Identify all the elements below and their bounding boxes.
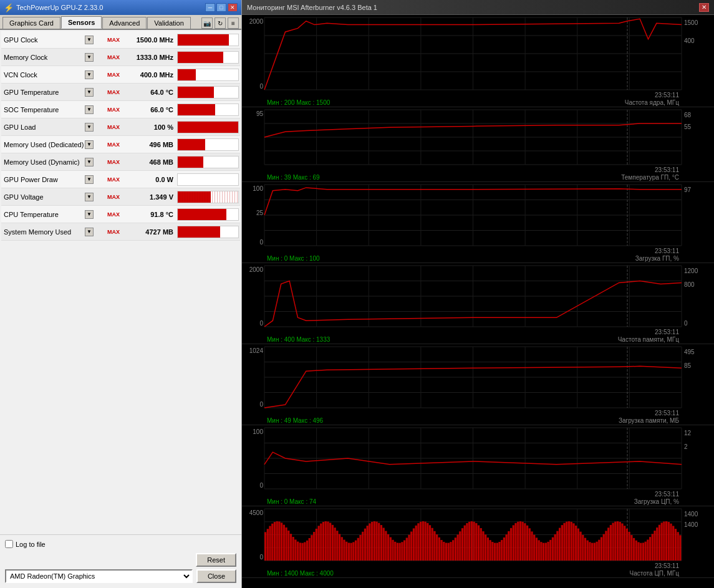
svg-rect-320	[665, 521, 667, 561]
svg-rect-148	[267, 529, 269, 561]
refresh-icon[interactable]: ↻	[215, 17, 226, 29]
sensor-dropdown-btn[interactable]: ▼	[85, 70, 94, 79]
sensor-dropdown-btn[interactable]: ▼	[85, 36, 94, 44]
svg-text:23:53:11: 23:53:11	[655, 329, 679, 335]
restore-button[interactable]: □	[216, 3, 226, 12]
svg-rect-161	[297, 542, 299, 561]
sensor-bar	[178, 157, 203, 168]
close-gpu-button[interactable]: Close	[196, 569, 236, 583]
svg-rect-285	[584, 538, 586, 561]
svg-text:495: 495	[684, 349, 695, 355]
svg-rect-267	[543, 543, 544, 561]
svg-rect-195	[375, 522, 377, 561]
svg-rect-209	[408, 535, 410, 561]
svg-rect-192	[369, 523, 370, 561]
sensor-dropdown-btn[interactable]: ▼	[85, 210, 94, 219]
chart-grid	[264, 347, 682, 408]
menu-icon[interactable]: ≡	[228, 17, 239, 29]
svg-rect-160	[294, 539, 296, 561]
sensor-dropdown-btn[interactable]: ▼	[85, 193, 94, 201]
reset-button[interactable]: Reset	[196, 553, 236, 567]
camera-icon[interactable]: 📷	[201, 17, 213, 29]
tab-graphics-card[interactable]: Graphics Card	[2, 17, 60, 29]
ab-close-button[interactable]: ✕	[699, 3, 709, 12]
svg-text:95: 95	[256, 110, 264, 117]
chart-grid	[264, 17, 682, 90]
sensor-max: MAX	[95, 36, 132, 43]
sensor-dropdown-btn[interactable]: ▼	[85, 123, 94, 132]
svg-rect-227	[450, 542, 451, 561]
svg-rect-194	[374, 521, 375, 561]
svg-rect-150	[271, 524, 273, 561]
chart-section-gpu-clock: 200001500400Мин : 200 Макс : 150023:53:1…	[242, 15, 714, 107]
sensor-max: MAX	[95, 54, 132, 60]
svg-rect-246	[494, 543, 496, 561]
sensor-dropdown-btn[interactable]: ▼	[85, 175, 94, 184]
svg-rect-157	[287, 531, 289, 561]
svg-rect-201	[390, 537, 392, 561]
sensor-dropdown-btn[interactable]: ▼	[85, 105, 94, 114]
svg-rect-237	[473, 522, 475, 561]
svg-rect-223	[440, 540, 442, 561]
gpuz-app-icon: ⚡	[4, 3, 14, 12]
tab-validation[interactable]: Validation	[147, 17, 191, 29]
svg-rect-173	[325, 521, 327, 561]
minimize-button[interactable]: ─	[205, 3, 215, 12]
svg-rect-228	[452, 540, 454, 561]
svg-rect-259	[524, 523, 526, 561]
svg-rect-170	[317, 526, 319, 561]
svg-rect-181	[343, 540, 345, 561]
svg-text:23:53:11: 23:53:11	[655, 92, 679, 99]
gpu-select[interactable]: AMD Radeon(TM) Graphics	[5, 569, 193, 583]
svg-rect-187	[357, 538, 359, 561]
svg-rect-245	[491, 542, 493, 561]
sensor-value: 4727 MB	[132, 228, 176, 236]
svg-rect-158	[290, 534, 292, 561]
svg-rect-243	[487, 537, 489, 561]
sensor-dropdown-btn[interactable]: ▼	[85, 158, 94, 166]
sensor-bar-container	[177, 69, 239, 81]
tab-advanced[interactable]: Advanced	[102, 17, 147, 29]
svg-rect-198	[383, 528, 385, 561]
sensor-dropdown-btn[interactable]: ▼	[85, 88, 94, 97]
log-to-file-checkbox[interactable]	[5, 540, 13, 548]
sensor-dropdown-btn[interactable]: ▼	[85, 140, 94, 149]
svg-rect-252	[508, 531, 509, 561]
tab-sensors[interactable]: Sensors	[61, 16, 102, 29]
svg-text:97: 97	[684, 186, 692, 193]
svg-rect-213	[417, 523, 419, 561]
svg-rect-323	[672, 526, 674, 561]
svg-rect-251	[506, 534, 508, 561]
svg-rect-236	[471, 521, 473, 561]
svg-rect-303	[626, 529, 628, 561]
svg-rect-306	[633, 538, 635, 561]
sensor-dropdown-btn[interactable]: ▼	[85, 228, 94, 236]
close-button[interactable]: ✕	[228, 3, 238, 12]
svg-text:1500: 1500	[684, 19, 698, 26]
sensor-dropdown-btn[interactable]: ▼	[85, 53, 94, 62]
svg-rect-172	[322, 522, 324, 561]
svg-rect-180	[341, 537, 343, 561]
sensor-bar-container	[177, 156, 239, 168]
svg-rect-149	[269, 526, 271, 561]
sensor-value: 66.0 °C	[132, 106, 176, 113]
svg-rect-272	[554, 534, 556, 561]
svg-text:2000: 2000	[249, 266, 264, 273]
svg-rect-240	[480, 528, 482, 561]
sensor-bar-container	[177, 191, 239, 203]
chart-section-mem-used: 1024049585Мин : 49 Макс : 49623:53:11Заг…	[242, 344, 714, 425]
svg-rect-174	[327, 521, 329, 561]
svg-text:Мин : 39  Макс : 69: Мин : 39 Макс : 69	[267, 174, 320, 181]
ab-content[interactable]: 200001500400Мин : 200 Макс : 150023:53:1…	[242, 15, 714, 588]
svg-rect-283	[579, 532, 581, 561]
svg-text:1400: 1400	[684, 521, 698, 528]
svg-rect-296	[610, 525, 612, 561]
svg-rect-193	[371, 522, 373, 561]
svg-rect-316	[656, 528, 658, 561]
svg-text:55: 55	[684, 123, 692, 130]
svg-rect-224	[443, 542, 445, 561]
sensors-list: GPU Clock ▼ MAX 1500.0 MHz Memory Clock …	[0, 30, 241, 534]
svg-rect-299	[617, 521, 619, 561]
svg-rect-297	[612, 523, 614, 561]
chart-section-gpu-load: 10025097Мин : 0 Макс : 10023:53:11Загруз…	[242, 182, 714, 263]
